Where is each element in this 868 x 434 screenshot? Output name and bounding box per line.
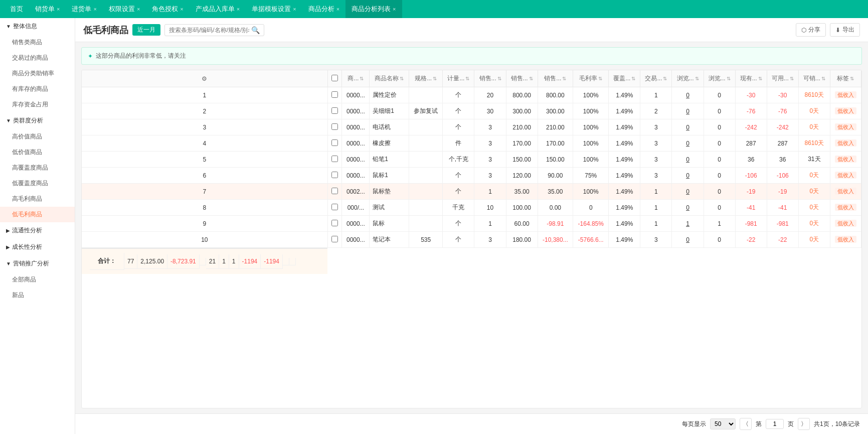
row-sellable-days: 0天	[798, 200, 830, 216]
row-name[interactable]: 测试	[370, 200, 409, 216]
page-number-input[interactable]	[766, 419, 784, 429]
row-checkbox[interactable]	[327, 200, 342, 216]
row-name[interactable]: 电话机	[370, 119, 409, 135]
row-views1[interactable]: 0	[672, 152, 704, 168]
row-name[interactable]: 属性定价	[370, 87, 409, 103]
close-icon[interactable]: ×	[336, 6, 339, 12]
sidebar-group-circulation[interactable]: ▶ 流通性分析	[0, 222, 75, 239]
close-icon[interactable]: ×	[393, 6, 396, 12]
col-sellable-days[interactable]: 可销...⇅	[798, 70, 830, 87]
row-views1[interactable]: 0	[672, 184, 704, 200]
row-sales-profit: -10,380...	[538, 232, 573, 248]
nav-item-home[interactable]: 首页	[4, 0, 29, 18]
col-sales-amount[interactable]: 销售...⇅	[506, 70, 538, 87]
select-all-checkbox[interactable]	[331, 75, 338, 81]
search-icon[interactable]: 🔍	[251, 26, 260, 34]
close-icon[interactable]: ×	[93, 6, 96, 12]
sidebar-item-traded-products[interactable]: 交易过的商品	[0, 50, 75, 66]
row-views1[interactable]: 0	[672, 200, 704, 216]
sidebar-item-high-margin[interactable]: 高毛利商品	[0, 191, 75, 207]
sidebar-item-low-coverage[interactable]: 低覆盖度商品	[0, 176, 75, 191]
sidebar-group-cluster[interactable]: ▼ 类群度分析	[0, 112, 75, 129]
col-views2[interactable]: 浏览...⇅	[704, 70, 735, 87]
row-checkbox[interactable]	[327, 135, 342, 152]
nav-item-permission[interactable]: 权限设置 ×	[103, 0, 146, 18]
row-name[interactable]: 铅笔1	[370, 152, 409, 168]
sidebar-group-growth[interactable]: ▶ 成长性分析	[0, 239, 75, 255]
sidebar-item-low-value[interactable]: 低价值商品	[0, 144, 75, 160]
col-spec[interactable]: 规格...⇅	[409, 70, 442, 87]
nav-item-analysis-list[interactable]: 商品分析列表 ×	[345, 0, 402, 18]
nav-item-purchase[interactable]: 进货单 ×	[66, 0, 102, 18]
col-available[interactable]: 可用...⇅	[767, 70, 798, 87]
export-button[interactable]: ⬇ 导出	[830, 23, 860, 37]
row-views1[interactable]: 0	[672, 103, 704, 119]
col-name[interactable]: 商品名称⇅	[370, 70, 409, 87]
row-views1[interactable]: 0	[672, 232, 704, 248]
row-views1[interactable]: 0	[672, 168, 704, 184]
row-name[interactable]: 鼠标垫	[370, 184, 409, 200]
row-checkbox[interactable]	[327, 184, 342, 200]
sidebar-item-low-margin[interactable]: 低毛利商品	[0, 207, 75, 222]
sidebar-item-high-coverage[interactable]: 高覆盖度商品	[0, 160, 75, 176]
row-name[interactable]: 橡皮擦	[370, 135, 409, 152]
date-filter-button[interactable]: 近一月	[132, 24, 160, 36]
row-checkbox[interactable]	[327, 119, 342, 135]
close-icon[interactable]: ×	[137, 6, 140, 12]
row-name[interactable]: 吴细细1	[370, 103, 409, 119]
close-icon[interactable]: ×	[237, 6, 240, 12]
nav-item-template[interactable]: 单据模板设置 ×	[246, 0, 302, 18]
sidebar-item-all-products[interactable]: 全部商品	[0, 272, 75, 287]
close-icon[interactable]: ×	[180, 6, 183, 12]
row-checkbox[interactable]	[327, 103, 342, 119]
sidebar-item-sales-products[interactable]: 销售类商品	[0, 35, 75, 50]
row-checkbox[interactable]	[327, 216, 342, 232]
col-sales-profit[interactable]: 销售...⇅	[538, 70, 573, 87]
row-checkbox[interactable]	[327, 152, 342, 168]
top-navigation: 首页 销货单 × 进货单 × 权限设置 × 角色授权 × 产成品入库单 × 单据…	[0, 0, 868, 18]
col-code[interactable]: 商...⇅	[342, 70, 370, 87]
row-views1[interactable]: 0	[672, 119, 704, 135]
sidebar-group-marketing[interactable]: ▼ 营销推广分析	[0, 255, 75, 272]
sidebar-item-stocked-products[interactable]: 有库存的商品	[0, 81, 75, 97]
sidebar-item-high-value[interactable]: 高价值商品	[0, 129, 75, 144]
row-unit: 个	[443, 216, 474, 232]
sidebar-group-overall[interactable]: ▼ 整体信息	[0, 18, 75, 35]
col-current-stock[interactable]: 现有...⇅	[735, 70, 767, 87]
row-views1[interactable]: 0	[672, 87, 704, 103]
row-sales-profit: 170.00	[538, 135, 573, 152]
row-views2: 0	[704, 200, 735, 216]
prev-page-button[interactable]: 〈	[740, 418, 752, 430]
sidebar-item-new-products[interactable]: 新品	[0, 287, 75, 303]
sidebar-item-category-rate[interactable]: 商品分类助销率	[0, 66, 75, 81]
row-name[interactable]: 鼠标	[370, 216, 409, 232]
row-coverage: 1.49%	[609, 119, 640, 135]
share-button[interactable]: ⬡ 分享	[796, 23, 826, 37]
row-checkbox[interactable]	[327, 168, 342, 184]
close-icon[interactable]: ×	[57, 6, 60, 12]
nav-item-role[interactable]: 角色授权 ×	[146, 0, 189, 18]
nav-item-product-entry[interactable]: 产成品入库单 ×	[190, 0, 246, 18]
row-name[interactable]: 笔记本	[370, 232, 409, 248]
col-unit[interactable]: 计量...⇅	[443, 70, 474, 87]
row-views1[interactable]: 0	[672, 135, 704, 152]
row-checkbox[interactable]	[327, 232, 342, 248]
col-coverage[interactable]: 覆盖...⇅	[609, 70, 640, 87]
nav-item-product-analysis[interactable]: 商品分析 ×	[302, 0, 345, 18]
col-settings[interactable]: ⚙	[82, 70, 327, 87]
row-name[interactable]: 鼠标1	[370, 168, 409, 184]
col-sales-qty[interactable]: 销售...⇅	[474, 70, 506, 87]
col-transaction[interactable]: 交易...⇅	[640, 70, 672, 87]
sidebar-item-stock-capital[interactable]: 库存资金占用	[0, 97, 75, 112]
row-checkbox[interactable]	[327, 87, 342, 103]
row-gross-margin: 100%	[573, 119, 609, 135]
next-page-button[interactable]: 〉	[798, 418, 810, 430]
col-tag[interactable]: 标签⇅	[830, 70, 861, 87]
col-views1[interactable]: 浏览...⇅	[672, 70, 704, 87]
page-size-select[interactable]: 50 100 200	[710, 418, 736, 429]
close-icon[interactable]: ×	[293, 6, 296, 12]
col-gross-margin[interactable]: 毛利率⇅	[573, 70, 609, 87]
search-input[interactable]	[169, 27, 249, 34]
nav-item-sales[interactable]: 销货单 ×	[29, 0, 66, 18]
row-views1[interactable]: 1	[672, 216, 704, 232]
